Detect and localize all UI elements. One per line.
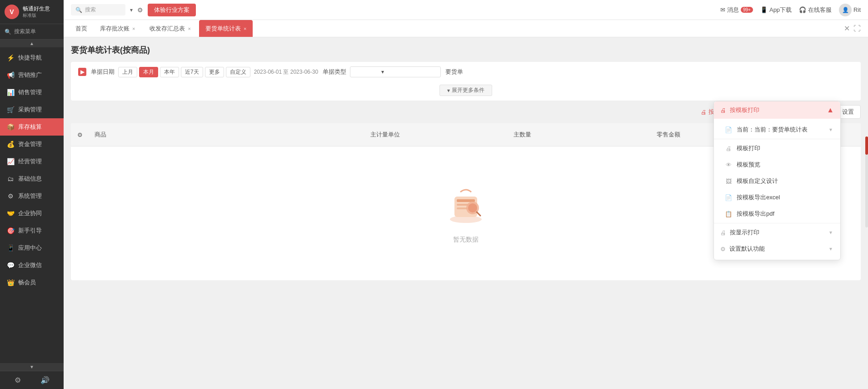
- filter-type-select[interactable]: ▾: [350, 66, 441, 77]
- wechat-icon: 💬: [6, 261, 15, 269]
- print-dropdown-header-icon: 🖨: [720, 107, 726, 114]
- print-sub-template-print[interactable]: 🖨 模板打印: [714, 140, 840, 157]
- coop-icon: 🤝: [6, 209, 15, 217]
- app-download-icon: 📱: [760, 6, 768, 13]
- topbar-gear-icon[interactable]: ⚙: [137, 6, 143, 14]
- guide-icon: 🎯: [6, 227, 15, 235]
- expand-more-btn[interactable]: ▾ 展开更多条件: [439, 85, 492, 96]
- topbar-search[interactable]: 🔍 搜索: [71, 4, 125, 15]
- filter-expand-row: ▾ 展开更多条件: [78, 82, 853, 96]
- print-dropdown-header-left: 🖨 按模板打印: [720, 106, 759, 114]
- print-dropdown-header[interactable]: 🖨 按模板打印 ▲: [714, 101, 840, 119]
- svg-rect-4: [457, 207, 468, 209]
- print-sub-template-design[interactable]: 🖼 模板自定义设计: [714, 173, 840, 189]
- print-sub-export-excel[interactable]: 📄 按模板导出excel: [714, 189, 840, 206]
- tab-home[interactable]: 首页: [71, 22, 92, 35]
- default-func-icon: ⚙: [720, 246, 726, 253]
- right-scrollbar[interactable]: [865, 136, 868, 227]
- template-print-icon: 🖨: [725, 145, 732, 152]
- filter-date-range: 2023-06-01 至 2023-06-30: [254, 68, 318, 76]
- print-sub-default-func[interactable]: ⚙ 设置默认功能 ▾: [714, 241, 840, 257]
- tab-order-stats-close[interactable]: ×: [244, 26, 246, 31]
- sidebar-item-quick-nav[interactable]: ⚡ 快捷导航: [0, 49, 64, 66]
- sidebar-item-guide[interactable]: 🎯 新手引导: [0, 222, 64, 239]
- tab-collect-summary-label: 收发存汇总表: [150, 25, 185, 33]
- th-unit: 主计量单位: [365, 127, 508, 142]
- export-excel-icon: 📄: [725, 194, 732, 201]
- topbar-dropdown-arrow[interactable]: ▾: [130, 7, 133, 13]
- topbar-search-placeholder: 搜索: [85, 6, 96, 14]
- sidebar-item-label: 采购管理: [18, 106, 42, 114]
- date-btn-7days[interactable]: 近7天: [181, 67, 203, 77]
- topbar-app-download[interactable]: 📱 App下载: [760, 6, 792, 14]
- sidebar-item-basic[interactable]: 🗂 基础信息: [0, 170, 64, 187]
- sidebar-item-system[interactable]: ⚙ 系统管理: [0, 187, 64, 205]
- template-design-icon: 🖼: [725, 177, 732, 185]
- service-label: 在线客服: [808, 6, 832, 14]
- tab-close-all-icon[interactable]: ✕: [844, 24, 850, 33]
- dropdown-arrow-icon: ▾: [381, 69, 384, 75]
- tab-batch-account[interactable]: 库存批次账 ×: [94, 20, 141, 37]
- sidebar-item-member[interactable]: 👑 畅会员: [0, 274, 64, 291]
- scroll-down-btn[interactable]: ▼: [0, 363, 64, 371]
- search-icon: 🔍: [5, 29, 11, 35]
- sidebar-item-sales[interactable]: 📊 销售管理: [0, 84, 64, 101]
- sidebar-search[interactable]: 🔍 搜索菜单: [0, 24, 64, 40]
- sidebar-item-label: 企业协同: [18, 209, 42, 217]
- print-sub-template-preview[interactable]: 👁 模板预览: [714, 157, 840, 173]
- marketing-icon: 📢: [6, 71, 15, 79]
- sidebar-item-label: 新手引导: [18, 227, 42, 235]
- display-print-label: 按显示打印: [730, 228, 759, 237]
- filter-expand-icon[interactable]: ▶: [78, 68, 86, 76]
- topbar-right: ✉ 消息 99+ 📱 App下载 🎧 在线客服 👤 Rit: [720, 4, 861, 16]
- date-btn-more[interactable]: 更多: [205, 67, 224, 77]
- msg-icon: ✉: [720, 6, 725, 13]
- scroll-up-btn[interactable]: ▲: [0, 40, 64, 47]
- print-sub-display-print[interactable]: 🖨 按显示打印 ▾: [714, 224, 840, 241]
- sidebar-item-wechat[interactable]: 💬 企业微信: [0, 257, 64, 274]
- th-qty: 主数量: [508, 127, 651, 142]
- sidebar-item-purchase[interactable]: 🛒 采购管理: [0, 101, 64, 118]
- sidebar-item-finance[interactable]: 💰 资金管理: [0, 136, 64, 153]
- logo-text: 畅通好生意 标准版: [23, 5, 50, 19]
- filter-bar: ▶ 单据日期 上月 本月 本年 近7天 更多 自定义 2023-06-01 至 …: [71, 62, 861, 101]
- sidebar-item-inventory[interactable]: 📦 库存核算: [0, 118, 64, 136]
- tab-collect-summary[interactable]: 收发存汇总表 ×: [143, 20, 197, 37]
- date-btn-prev-month[interactable]: 上月: [118, 67, 137, 77]
- sidebar-logo: V 畅通好生意 标准版: [0, 0, 64, 24]
- print-dropdown-body: 📄 当前：当前：要货单统计表 ▾ 🖨 模板打印 👁 模板预览 🖼: [714, 119, 840, 260]
- topbar: 🔍 搜索 ▾ ⚙ 体验行业方案 ✉ 消息 99+ 📱 App下载 🎧 在线客服 …: [64, 0, 868, 20]
- th-gear[interactable]: ⚙: [71, 128, 89, 142]
- print-sub-export-pdf[interactable]: 📋 按模板导出pdf: [714, 206, 840, 222]
- settings-bottom-icon[interactable]: ⚙: [15, 376, 21, 384]
- date-btn-cur-month[interactable]: 本月: [139, 67, 158, 77]
- print-dropdown-collapse-icon[interactable]: ▲: [827, 106, 834, 114]
- print-dropdown-header-label: 按模板打印: [730, 106, 759, 114]
- sidebar-item-operation[interactable]: 📈 经营管理: [0, 153, 64, 170]
- default-func-label: 设置默认功能: [729, 245, 765, 253]
- tab-maximize-icon[interactable]: ⛶: [853, 25, 861, 33]
- date-btn-custom[interactable]: 自定义: [226, 67, 250, 77]
- tab-order-stats[interactable]: 要货单统计表 ×: [199, 20, 253, 37]
- tabs-bar: 首页 库存批次账 × 收发存汇总表 × 要货单统计表 × ✕ ⛶: [64, 20, 868, 37]
- sidebar-item-coop[interactable]: 🤝 企业协同: [0, 205, 64, 222]
- filter-type-label: 单据类型: [323, 68, 346, 76]
- topbar-avatar-area[interactable]: 👤 Rit: [839, 4, 861, 16]
- topbar-industry-btn[interactable]: 体验行业方案: [148, 4, 196, 16]
- print-current-template[interactable]: 📄 当前：当前：要货单统计表 ▾: [714, 121, 840, 138]
- divider-2: [714, 223, 840, 223]
- date-btn-cur-year[interactable]: 本年: [160, 67, 179, 77]
- sales-icon: 📊: [6, 88, 15, 96]
- system-icon: ⚙: [6, 192, 15, 200]
- topbar-online-service[interactable]: 🎧 在线客服: [799, 6, 832, 14]
- sidebar-item-apps[interactable]: 📱 应用中心: [0, 239, 64, 257]
- audio-bottom-icon[interactable]: 🔊: [40, 376, 50, 384]
- tab-batch-account-close[interactable]: ×: [132, 26, 135, 31]
- tab-batch-account-label: 库存批次账: [100, 25, 130, 33]
- template-design-label: 模板自定义设计: [737, 177, 778, 185]
- basic-icon: 🗂: [6, 175, 15, 183]
- sidebar-item-marketing[interactable]: 📢 营销推广: [0, 66, 64, 84]
- template-preview-label: 模板预览: [737, 161, 760, 169]
- topbar-msg[interactable]: ✉ 消息 99+: [720, 6, 753, 14]
- tab-collect-summary-close[interactable]: ×: [188, 26, 190, 31]
